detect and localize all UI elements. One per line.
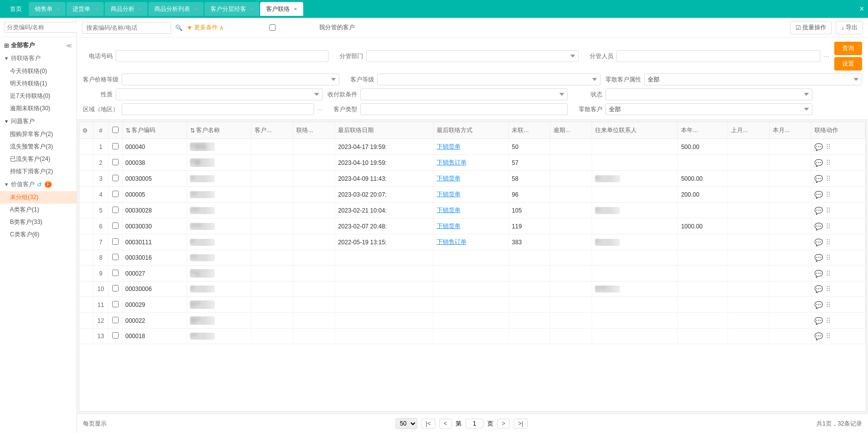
page-input[interactable] xyxy=(466,419,483,429)
sidebar-item-class-b[interactable]: B类客户(33) xyxy=(0,216,76,228)
chat-icon[interactable]: 💬 xyxy=(814,285,823,293)
row-checkbox[interactable] xyxy=(112,285,119,291)
staff-more-icon[interactable]: ··· xyxy=(823,52,829,60)
contact-method-link[interactable]: 下销货单 xyxy=(437,222,461,229)
sidebar-collapse-icon[interactable]: ≪ xyxy=(66,42,72,49)
chat-icon[interactable]: 💬 xyxy=(814,317,823,325)
more-icon[interactable]: ⠿ xyxy=(826,238,831,246)
more-icon[interactable]: ⠿ xyxy=(826,159,831,167)
more-icon[interactable]: ⠿ xyxy=(826,301,831,309)
nature-select[interactable] xyxy=(116,88,323,100)
row-checkbox[interactable] xyxy=(112,222,119,229)
sidebar-item-abnormal[interactable]: 囤购异常客户(2) xyxy=(0,128,76,141)
th-name[interactable]: ⇅客户名称 xyxy=(187,122,251,139)
more-icon[interactable]: ⠿ xyxy=(826,175,831,183)
th-this-year[interactable]: 本年... xyxy=(678,122,728,139)
row-checkbox[interactable] xyxy=(112,317,119,323)
pay-terms-select[interactable] xyxy=(360,88,567,100)
sidebar-item-ungroup[interactable]: 未分组(32) xyxy=(0,191,76,204)
staff-input[interactable] xyxy=(616,50,820,62)
contact-method-link[interactable]: 下销货单 xyxy=(437,207,461,214)
contact-method-link[interactable]: 下销售订单 xyxy=(437,159,467,166)
sidebar-search-input[interactable] xyxy=(4,22,84,33)
sidebar-item-churned[interactable]: 已流失客户(24) xyxy=(0,153,76,165)
th-contact-person[interactable]: 往来单位联系人 xyxy=(592,122,678,139)
row-checkbox[interactable] xyxy=(112,254,119,260)
more-icon[interactable]: ⠿ xyxy=(826,222,831,230)
section-pending-contact[interactable]: ▼ 待联络客户 xyxy=(0,52,76,65)
close-product-analysis-tab[interactable]: × xyxy=(138,6,141,12)
chat-icon[interactable]: 💬 xyxy=(814,207,823,215)
retail-customer-select[interactable]: 全部 xyxy=(605,103,812,115)
row-checkbox[interactable] xyxy=(112,143,119,149)
close-sales-tab[interactable]: × xyxy=(57,6,60,12)
region-input[interactable] xyxy=(122,103,314,115)
th-contact[interactable]: 联络... xyxy=(293,122,335,139)
more-icon[interactable]: ⠿ xyxy=(826,191,831,199)
batch-ops-button[interactable]: ☑ 批量操作 xyxy=(790,21,832,34)
th-not-contact[interactable]: 未联... xyxy=(509,122,550,139)
th-this-month[interactable]: 本月... xyxy=(770,122,811,139)
th-customer-type2[interactable]: 客户... xyxy=(252,122,293,139)
sidebar-item-7days[interactable]: 近7天待联络(0) xyxy=(0,90,76,102)
price-level-select[interactable] xyxy=(122,73,339,85)
chat-icon[interactable]: 💬 xyxy=(814,143,823,151)
more-icon[interactable]: ⠿ xyxy=(826,317,831,325)
chat-icon[interactable]: 💬 xyxy=(814,175,823,183)
th-code[interactable]: ⇅客户编码 xyxy=(122,122,187,139)
th-last-month[interactable]: 上月... xyxy=(728,122,770,139)
close-customer-contact-tab[interactable]: × xyxy=(294,6,297,12)
sidebar-item-today[interactable]: 今天待联络(0) xyxy=(0,65,76,77)
tab-sales-order[interactable]: 销售单 × xyxy=(29,2,66,16)
row-checkbox[interactable] xyxy=(112,207,119,213)
tab-product-analysis-list[interactable]: 商品分析列表 × xyxy=(148,2,203,16)
status-select[interactable] xyxy=(605,88,812,100)
th-gear[interactable]: ⚙ xyxy=(79,122,93,139)
select-all-checkbox[interactable] xyxy=(112,127,119,133)
region-more-icon[interactable]: ··· xyxy=(317,105,323,113)
row-checkbox[interactable] xyxy=(112,238,119,245)
section-value-customers[interactable]: ▼ 价值客户 ↺ F xyxy=(0,178,76,191)
sidebar-item-churn-warning[interactable]: 流失预警客户(3) xyxy=(0,141,76,153)
prev-page-btn[interactable]: < xyxy=(439,419,452,429)
th-last-contact-method[interactable]: 最后联络方式 xyxy=(433,122,509,139)
search-icon[interactable]: 🔍 xyxy=(175,24,183,31)
chat-icon[interactable]: 💬 xyxy=(814,270,823,278)
export-button[interactable]: ↓ 导出 xyxy=(836,21,863,34)
chat-icon[interactable]: 💬 xyxy=(814,301,823,309)
chat-icon[interactable]: 💬 xyxy=(814,222,823,230)
chat-icon[interactable]: 💬 xyxy=(814,254,823,262)
close-product-analysis-list-tab[interactable]: × xyxy=(194,6,197,12)
sidebar-item-declining[interactable]: 持续下滑客户(2) xyxy=(0,165,76,178)
sidebar-item-overdue[interactable]: 逾期未联络(30) xyxy=(0,102,76,115)
dept-select[interactable] xyxy=(366,50,579,62)
my-customers-checkbox[interactable]: 我分管的客户 xyxy=(228,23,355,32)
close-purchase-tab[interactable]: × xyxy=(94,6,97,12)
more-icon[interactable]: ⠿ xyxy=(826,207,831,215)
row-checkbox[interactable] xyxy=(112,332,119,339)
chat-icon[interactable]: 💬 xyxy=(814,238,823,246)
contact-method-link[interactable]: 下销售订单 xyxy=(437,238,467,245)
sidebar-item-class-c[interactable]: C类客户(6) xyxy=(0,228,76,241)
customer-type-input[interactable] xyxy=(360,103,567,115)
more-icon[interactable]: ⠿ xyxy=(826,332,831,340)
th-overdue[interactable]: 逾期... xyxy=(550,122,592,139)
tab-purchase-order[interactable]: 进货单 × xyxy=(67,2,103,16)
page-size-select[interactable]: 50 xyxy=(396,418,417,429)
contact-method-link[interactable]: 下销货单 xyxy=(437,191,461,198)
phone-input[interactable] xyxy=(116,50,329,62)
th-last-contact-date[interactable]: 最后联络日期 xyxy=(335,122,433,139)
search-input[interactable] xyxy=(82,22,171,34)
retail-attr-select[interactable]: 全部 xyxy=(644,73,862,85)
window-close-icon[interactable]: × xyxy=(860,4,864,13)
row-checkbox[interactable] xyxy=(112,191,119,197)
all-customers-label[interactable]: ⊞ 全部客户 xyxy=(4,41,35,50)
sidebar-item-tomorrow[interactable]: 明天待联络(1) xyxy=(0,77,76,90)
last-page-btn[interactable]: >| xyxy=(514,419,528,429)
sidebar-item-class-a[interactable]: A类客户(1) xyxy=(0,204,76,216)
tab-customer-segment[interactable]: 客户分层经客 × xyxy=(204,2,259,16)
customer-level-select[interactable] xyxy=(377,73,601,85)
tab-customer-contact[interactable]: 客户联络 × xyxy=(260,2,303,16)
tab-product-analysis[interactable]: 商品分析 × xyxy=(105,2,147,16)
more-icon[interactable]: ⠿ xyxy=(826,143,831,151)
